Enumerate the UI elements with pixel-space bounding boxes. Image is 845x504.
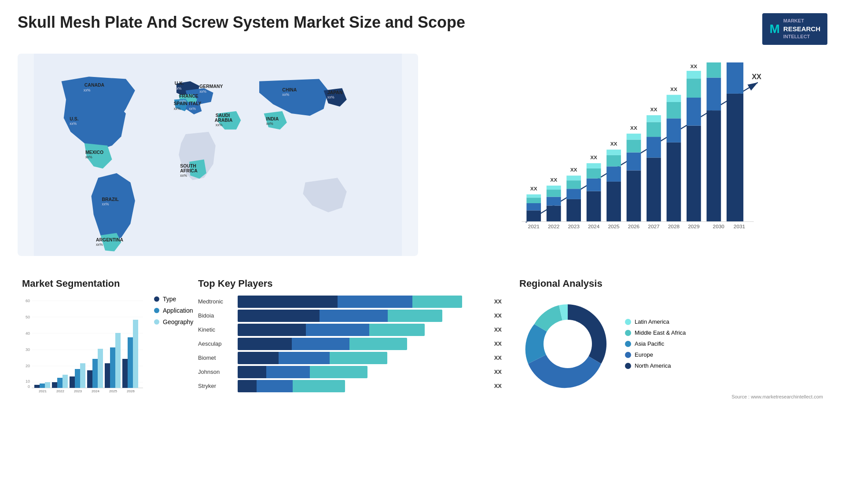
player-bar-johnson (238, 366, 487, 378)
svg-text:2022: 2022 (548, 223, 559, 230)
type-dot (154, 296, 159, 302)
svg-rect-129 (110, 347, 115, 388)
svg-rect-38 (526, 197, 541, 203)
svg-text:2030: 2030 (713, 223, 725, 230)
svg-text:INDIA: INDIA (266, 116, 279, 121)
svg-rect-121 (75, 369, 80, 388)
bar-chart-section: XX XX 2021 XX 2022 (427, 54, 827, 265)
svg-text:2021: 2021 (39, 389, 47, 392)
svg-text:xx%: xx% (282, 92, 289, 97)
svg-text:xx%: xx% (174, 106, 181, 110)
svg-rect-132 (122, 359, 128, 388)
svg-text:xx%: xx% (175, 86, 182, 90)
svg-text:SOUTH: SOUTH (180, 164, 196, 168)
bar-seg3 (330, 352, 387, 364)
legend-europe: Europe (625, 351, 686, 358)
legend-latin: Latin America (625, 318, 686, 325)
svg-text:30: 30 (26, 347, 30, 352)
bar-seg2 (338, 296, 412, 308)
svg-text:50: 50 (26, 315, 30, 319)
svg-rect-125 (92, 359, 98, 388)
bar-chart-container: XX XX 2021 XX 2022 (436, 54, 827, 256)
svg-rect-134 (133, 320, 138, 388)
asia-dot (625, 341, 631, 347)
svg-text:CHINA: CHINA (282, 88, 297, 92)
svg-rect-78 (667, 142, 681, 222)
svg-rect-68 (627, 139, 641, 152)
svg-text:xx%: xx% (180, 173, 187, 178)
bar-seg3 (349, 338, 407, 350)
svg-text:CANADA: CANADA (84, 83, 105, 88)
svg-rect-81 (667, 95, 681, 102)
bar-chart-svg: XX XX 2021 XX 2022 (445, 62, 823, 238)
svg-text:XX: XX (650, 106, 658, 113)
svg-rect-113 (40, 383, 45, 388)
svg-rect-122 (80, 363, 85, 388)
bar-seg3 (293, 380, 345, 392)
svg-rect-94 (727, 94, 743, 222)
bar-seg3 (369, 324, 425, 336)
players-list: Medtronic XX Bidoia (198, 296, 502, 392)
logo-text: MARKET RESEARCH INTELLECT (783, 18, 820, 40)
svg-text:60: 60 (26, 299, 30, 303)
mea-dot (625, 330, 631, 336)
svg-text:2029: 2029 (688, 223, 699, 230)
bar-seg2 (292, 338, 349, 350)
regional-legend: Latin America Middle East & Africa Asia … (625, 318, 686, 369)
svg-rect-66 (627, 170, 641, 221)
svg-rect-49 (566, 189, 581, 199)
svg-rect-84 (687, 125, 701, 221)
svg-text:ARABIA: ARABIA (215, 118, 233, 123)
svg-rect-72 (647, 157, 661, 221)
svg-rect-55 (587, 178, 601, 191)
europe-label: Europe (635, 351, 653, 358)
svg-text:2023: 2023 (74, 389, 82, 392)
geography-label: Geography (163, 318, 193, 325)
player-bar-bidoia (238, 310, 487, 322)
svg-text:FRANCE: FRANCE (179, 94, 198, 99)
player-aesculap: Aesculap XX (198, 338, 502, 350)
type-label: Type (163, 296, 176, 303)
svg-rect-39 (526, 194, 541, 197)
svg-text:2023: 2023 (568, 223, 580, 230)
svg-text:MEXICO: MEXICO (85, 150, 103, 155)
svg-text:2027: 2027 (648, 223, 659, 230)
svg-rect-45 (547, 186, 561, 190)
svg-rect-120 (70, 376, 75, 388)
svg-text:BRAZIL: BRAZIL (102, 197, 119, 201)
segmentation-title: Market Segmentation (22, 278, 180, 289)
geography-dot (154, 319, 159, 325)
svg-rect-95 (727, 62, 743, 94)
svg-rect-74 (647, 122, 661, 137)
page-container: Skull Mesh Plate And Screw System Market… (0, 0, 845, 504)
bar-seg1 (238, 380, 257, 392)
svg-text:xx%: xx% (102, 202, 109, 206)
svg-text:xx%: xx% (199, 89, 206, 94)
svg-text:XX: XX (752, 73, 761, 80)
svg-text:XX: XX (670, 86, 677, 92)
bottom-grid: Market Segmentation 60 50 40 30 20 10 0 (18, 274, 827, 404)
svg-rect-118 (62, 375, 68, 388)
svg-text:2028: 2028 (668, 223, 680, 230)
svg-text:AFRICA: AFRICA (180, 168, 198, 173)
svg-rect-87 (687, 71, 701, 78)
player-bar-stryker (238, 380, 487, 392)
svg-rect-56 (587, 168, 601, 179)
svg-rect-114 (45, 382, 50, 388)
legend-mea: Middle East & Africa (625, 329, 686, 336)
logo-box: M MARKET RESEARCH INTELLECT (762, 13, 827, 45)
svg-point-136 (544, 320, 592, 368)
player-stryker: Stryker XX (198, 380, 502, 392)
svg-text:xx%: xx% (84, 88, 91, 92)
svg-rect-128 (105, 363, 110, 388)
legend-application: Application (154, 307, 193, 314)
bar-seg2 (306, 324, 370, 336)
donut-legend-container: Latin America Middle East & Africa Asia … (519, 296, 823, 392)
application-dot (154, 308, 159, 313)
key-players-section: Top Key Players Medtronic XX (194, 274, 506, 404)
svg-rect-60 (606, 182, 621, 222)
svg-rect-75 (647, 115, 661, 122)
svg-text:xx%: xx% (70, 121, 77, 126)
svg-rect-67 (627, 152, 641, 170)
bar-seg2 (266, 366, 309, 378)
